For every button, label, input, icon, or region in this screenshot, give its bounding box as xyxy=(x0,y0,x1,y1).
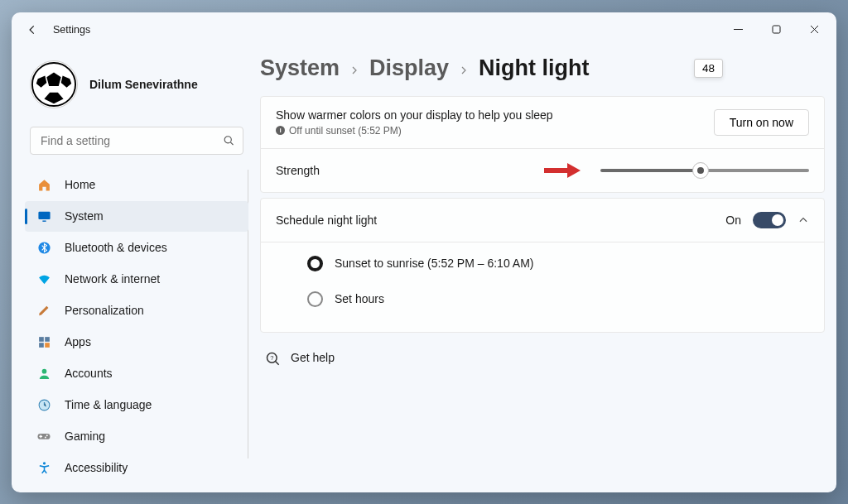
svg-text:?: ? xyxy=(270,353,273,361)
breadcrumb-system[interactable]: System xyxy=(260,55,340,81)
schedule-card: Schedule night light On Sunset to sunris… xyxy=(260,198,825,333)
wifi-icon xyxy=(36,271,51,286)
schedule-label: Schedule night light xyxy=(276,214,377,227)
chevron-up-icon xyxy=(797,214,809,226)
strength-tooltip: 48 xyxy=(694,59,723,78)
sidebar-item-system[interactable]: System xyxy=(25,201,248,232)
main-content: System Display Night light Show warmer c… xyxy=(257,47,836,492)
maximize-button[interactable] xyxy=(757,17,795,43)
sidebar-item-label: Bluetooth & devices xyxy=(65,241,167,254)
clock-icon xyxy=(36,397,51,412)
sidebar-item-home[interactable]: Home xyxy=(25,170,248,200)
info-icon: i xyxy=(276,126,285,135)
svg-rect-0 xyxy=(773,26,780,33)
summary-description: Show warmer colors on your display to he… xyxy=(276,108,553,122)
settings-window: Settings Dilum Senevirathne xyxy=(12,12,836,492)
radio-label: Sunset to sunrise (5:52 PM – 6:10 AM) xyxy=(335,257,533,270)
svg-rect-13 xyxy=(45,343,50,348)
close-button[interactable] xyxy=(795,17,833,43)
radio-sunset-sunrise[interactable]: Sunset to sunrise (5:52 PM – 6:10 AM) xyxy=(276,246,809,281)
sidebar: Dilum Senevirathne Home System Blue xyxy=(12,47,257,492)
svg-point-17 xyxy=(46,434,48,436)
sidebar-item-time[interactable]: Time & language xyxy=(25,390,248,420)
system-icon xyxy=(36,209,51,223)
arrow-left-icon xyxy=(26,24,38,36)
schedule-toggle[interactable] xyxy=(753,212,786,228)
strength-row: Strength xyxy=(261,149,824,192)
profile-name: Dilum Senevirathne xyxy=(89,78,198,91)
accessibility-icon xyxy=(36,460,51,475)
nightlight-card: Show warmer colors on your display to he… xyxy=(260,96,825,193)
sidebar-item-label: System xyxy=(65,209,104,223)
sidebar-item-personalization[interactable]: Personalization xyxy=(25,295,248,326)
radio-set-hours[interactable]: Set hours xyxy=(276,281,809,317)
strength-slider[interactable] xyxy=(600,169,809,172)
sidebar-item-label: Apps xyxy=(65,335,91,348)
minimize-button[interactable] xyxy=(719,17,757,43)
help-icon: ? xyxy=(265,351,279,365)
maximize-icon xyxy=(772,25,781,34)
sidebar-item-accessibility[interactable]: Accessibility xyxy=(25,453,248,483)
gamepad-icon xyxy=(36,429,51,444)
sidebar-item-label: Network & internet xyxy=(65,272,160,286)
svg-rect-12 xyxy=(39,343,44,348)
breadcrumb-current: Night light xyxy=(479,55,589,81)
help-label: Get help xyxy=(291,351,335,364)
minimize-icon xyxy=(734,25,743,34)
sidebar-item-label: Time & language xyxy=(65,398,152,411)
search-icon xyxy=(223,134,235,146)
svg-rect-7 xyxy=(38,211,50,218)
close-icon xyxy=(810,25,819,34)
svg-rect-11 xyxy=(45,337,50,342)
breadcrumb: System Display Night light xyxy=(260,50,825,96)
svg-point-6 xyxy=(224,136,231,142)
avatar xyxy=(30,60,78,108)
svg-rect-8 xyxy=(42,220,46,221)
app-title: Settings xyxy=(53,24,90,36)
schedule-options: Sunset to sunrise (5:52 PM – 6:10 AM) Se… xyxy=(261,242,824,332)
nav-list: Home System Bluetooth & devices Network … xyxy=(25,170,248,483)
sidebar-item-gaming[interactable]: Gaming xyxy=(25,421,248,452)
sidebar-item-label: Gaming xyxy=(65,430,105,443)
chevron-right-icon xyxy=(349,55,359,81)
turn-on-button[interactable]: Turn on now xyxy=(714,109,809,136)
sidebar-item-label: Home xyxy=(65,178,95,191)
strength-label: Strength xyxy=(276,164,320,177)
radio-icon xyxy=(307,291,323,307)
get-help-link[interactable]: ? Get help xyxy=(260,338,825,378)
breadcrumb-display[interactable]: Display xyxy=(369,55,449,81)
sidebar-item-apps[interactable]: Apps xyxy=(25,327,248,358)
person-icon xyxy=(36,366,51,381)
apps-icon xyxy=(36,334,51,349)
svg-point-18 xyxy=(45,437,46,439)
home-icon xyxy=(36,177,51,192)
titlebar: Settings xyxy=(12,12,836,47)
search-input[interactable] xyxy=(30,127,243,155)
sidebar-item-label: Accounts xyxy=(65,367,113,380)
svg-rect-10 xyxy=(39,337,44,342)
schedule-state: On xyxy=(725,214,741,227)
svg-point-14 xyxy=(41,368,46,373)
search-box xyxy=(30,127,243,155)
chevron-right-icon xyxy=(459,55,469,81)
soccer-ball-icon xyxy=(31,61,77,108)
summary-status: i Off until sunset (5:52 PM) xyxy=(276,125,553,137)
summary-row: Show warmer colors on your display to he… xyxy=(261,97,824,148)
sidebar-item-network[interactable]: Network & internet xyxy=(25,264,248,295)
arrow-annotation-icon xyxy=(542,161,582,180)
window-controls xyxy=(719,17,833,43)
profile-block[interactable]: Dilum Senevirathne xyxy=(25,47,248,127)
brush-icon xyxy=(36,303,51,318)
strength-slider-wrap xyxy=(600,169,809,172)
bluetooth-icon xyxy=(36,240,51,255)
svg-point-19 xyxy=(42,462,45,464)
schedule-header[interactable]: Schedule night light On xyxy=(261,199,824,242)
sidebar-item-bluetooth[interactable]: Bluetooth & devices xyxy=(25,233,248,263)
slider-thumb[interactable] xyxy=(692,162,709,179)
sidebar-item-label: Accessibility xyxy=(65,461,128,474)
sidebar-item-accounts[interactable]: Accounts xyxy=(25,358,248,389)
radio-icon xyxy=(307,256,323,271)
sidebar-item-label: Personalization xyxy=(65,304,144,317)
radio-label: Set hours xyxy=(335,292,384,305)
back-button[interactable] xyxy=(18,16,46,44)
